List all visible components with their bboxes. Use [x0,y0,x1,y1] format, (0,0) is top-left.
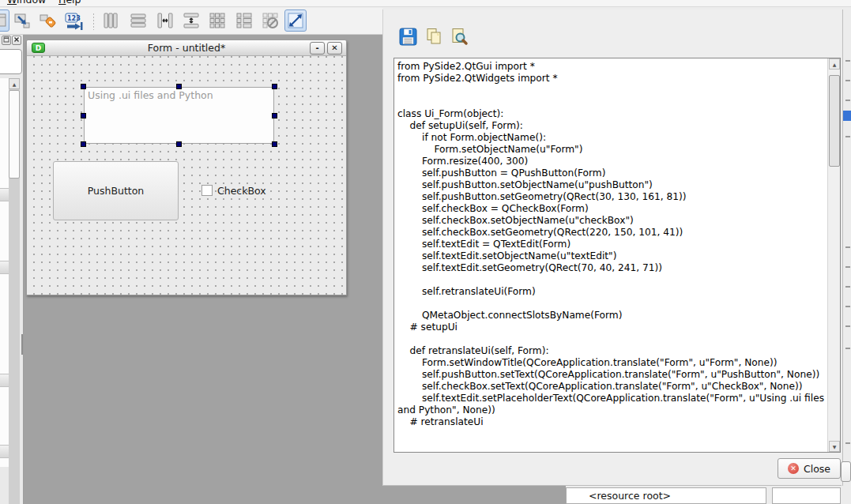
resource-preview-panel [772,487,841,504]
scroll-up-icon[interactable]: ▲ [829,58,840,70]
pushbutton-label: PushButton [88,185,145,197]
menu-help[interactable]: Help [58,0,81,6]
close-icon [13,36,20,43]
selection-handle-e[interactable] [272,113,277,118]
tree-branch-mark [845,325,850,327]
form-minimize-button[interactable]: - [310,42,325,55]
scrollbar-thumb[interactable] [829,75,840,167]
form-editor-window: D Form - untitled* - ✕ Using .ui files a… [26,39,347,295]
checkbox-label: CheckBox [217,185,266,197]
selection-handle-n[interactable] [176,84,182,89]
edit-tab-order-button[interactable]: 123 [62,9,85,32]
edit-buddies-icon [40,12,57,29]
save-icon [399,28,417,46]
copy-code-button[interactable] [425,28,445,47]
pushbutton-widget[interactable]: PushButton [53,161,179,220]
scroll-down-icon[interactable]: ▼ [829,441,840,452]
layout-vertical-icon [130,12,147,29]
layout-horizontal-splitter-button[interactable] [154,9,176,32]
close-icon: ✕ [331,43,337,52]
form-window-title: Form - untitled* [27,42,346,54]
layout-vertically-button[interactable] [127,9,149,32]
dock-float-button[interactable] [2,36,11,45]
widget-box-scrollbar[interactable]: ▲ [9,78,20,504]
widget-filter-input[interactable] [0,49,22,74]
form-canvas[interactable]: Using .ui files and Python PushButton Ch… [27,56,346,295]
layout-grid-button[interactable] [206,9,228,32]
code-preview-dialog: from PySide2.QtGui import * from PySide2… [382,9,842,486]
layout-form-button[interactable] [233,9,255,32]
copy-icon [425,28,443,46]
dock-splitter-handle[interactable] [21,334,23,355]
selection-handle-ne[interactable] [272,84,277,89]
widget-category-row[interactable] [0,445,9,458]
scrollbar-thumb[interactable] [9,90,20,179]
scroll-up-icon[interactable]: ▲ [9,78,20,89]
toolbar-separator [92,13,95,30]
horizontal-splitter-icon [156,12,174,29]
resource-tree-panel: <resource root> [566,487,766,504]
selection-handle-sw[interactable] [81,141,86,147]
close-button-label: Close [804,463,830,475]
code-view[interactable]: from PySide2.QtGui import * from PySide2… [393,58,841,453]
grid-layout-icon [209,12,226,29]
break-layout-icon [262,12,279,29]
form-close-button[interactable]: ✕ [327,42,342,55]
adjust-size-icon [287,12,304,29]
mdi-area-fragment [382,486,566,504]
widget-category-row[interactable] [0,374,9,387]
selection-handle-w[interactable] [81,113,86,118]
layout-horizontal-icon [102,12,119,29]
float-icon [3,36,9,43]
layout-vertical-splitter-button[interactable] [180,9,202,32]
tree-branch-mark [845,442,850,444]
adjust-size-button[interactable] [284,9,307,32]
widget-box-list-fragment [0,78,9,467]
minimize-icon: - [315,43,318,52]
hidden-button-fragment[interactable] [841,461,851,482]
tree-branch-mark [845,136,850,137]
checkbox-widget[interactable]: CheckBox [201,184,266,197]
selected-tree-item-fragment[interactable] [843,111,851,121]
edit-signals-slots-button[interactable] [11,9,33,32]
tree-branch-mark [845,286,850,288]
selection-handle-s[interactable] [176,141,182,147]
widget-category-row[interactable] [0,261,9,274]
save-code-button[interactable] [399,28,419,47]
close-dialog-button[interactable]: ✕ Close [778,458,841,479]
tree-branch-mark [845,80,850,81]
tree-branch-mark [845,100,850,101]
selection-handle-nw[interactable] [81,84,86,89]
tree-branch-mark [845,246,850,248]
selection-handle-se[interactable] [272,141,277,147]
widget-category-row[interactable] [0,188,9,201]
edit-widgets-button[interactable] [0,9,9,32]
close-icon: ✕ [788,463,799,474]
edit-signals-slots-icon [13,12,31,29]
edit-buddies-button[interactable] [37,9,59,32]
textedit-placeholder: Using .ui files and Python [88,89,213,101]
textedit-widget[interactable]: Using .ui files and Python [84,87,274,144]
code-scrollbar[interactable]: ▲ ▼ [827,58,840,452]
tree-branch-mark [845,348,850,349]
vertical-splitter-icon [183,12,200,29]
mdi-area: D Form - untitled* - ✕ Using .ui files a… [24,35,382,504]
dock-close-button[interactable] [12,36,21,45]
find-icon [450,28,469,46]
mode-and-layout-toolbar: 123 [0,8,382,35]
form-layout-icon [235,12,253,29]
layout-horizontally-button[interactable] [100,9,122,32]
tree-branch-mark [845,306,850,307]
tree-branch-mark [845,60,850,62]
break-layout-button[interactable] [259,9,281,32]
menubar: Window Help [0,0,851,7]
widget-box-dock-fragment: ▲ [0,35,24,504]
menu-window[interactable]: Window [7,0,46,6]
tree-branch-mark [845,266,850,268]
code-text: from PySide2.QtGui import * from PySide2… [397,61,827,428]
svg-text:123: 123 [67,15,81,22]
find-in-code-button[interactable] [450,28,470,47]
resource-root-item[interactable]: <resource root> [589,490,671,502]
edit-tab-order-icon: 123 [65,12,83,30]
form-window-titlebar[interactable]: D Form - untitled* - ✕ [27,40,346,56]
